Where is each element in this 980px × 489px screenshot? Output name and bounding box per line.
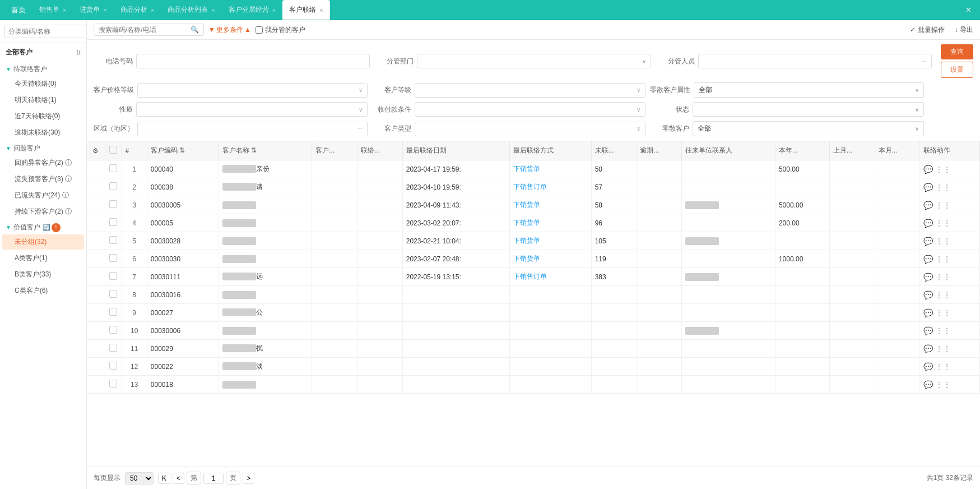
sidebar-item-group-a[interactable]: A类客户(1) <box>2 251 84 266</box>
row-checkbox[interactable] <box>109 200 117 208</box>
sidebar-search-input[interactable] <box>4 25 87 38</box>
grid-icon[interactable]: ⋮⋮ <box>935 326 951 335</box>
sidebar-group-pending[interactable]: ▼ 待联络客户 <box>0 62 86 76</box>
tab-close-product-list[interactable]: × <box>211 7 215 13</box>
tab-product-list[interactable]: 商品分析列表 × <box>161 0 221 20</box>
grid-icon[interactable]: ⋮⋮ <box>935 273 951 282</box>
reset-button[interactable]: 设置 <box>941 62 973 78</box>
row-checkbox[interactable] <box>109 362 117 370</box>
grid-icon[interactable]: ⋮⋮ <box>935 380 951 389</box>
all-customers-header[interactable]: 全部客户 ⟨⟨ <box>0 43 86 62</box>
th-category[interactable]: 客户... <box>312 141 357 160</box>
row-checkbox[interactable] <box>109 254 117 262</box>
grid-icon[interactable]: ⋮⋮ <box>935 183 951 192</box>
row-checkbox[interactable] <box>109 344 117 352</box>
row-checkbox[interactable] <box>109 308 117 316</box>
row-checkbox[interactable] <box>109 326 117 334</box>
sidebar-item-lost[interactable]: 已流失客户(24) ⓘ <box>2 188 84 203</box>
filter-select-nature[interactable]: ∨ <box>136 102 368 117</box>
grid-icon[interactable]: ⋮⋮ <box>935 237 951 246</box>
th-contact[interactable]: 联络... <box>357 141 402 160</box>
row-checkbox[interactable] <box>109 380 117 387</box>
filter-search-icon[interactable]: 🔍 <box>191 26 199 34</box>
sidebar-group-problem[interactable]: ▼ 问题客户 <box>0 141 86 155</box>
more-conditions-button[interactable]: ▼ 更多条件 ▲ <box>208 25 251 35</box>
tab-close-sales[interactable]: × <box>63 7 66 13</box>
query-button[interactable]: 查询 <box>941 44 973 59</box>
th-last-contact-method[interactable]: 最后联络方式 <box>509 141 591 160</box>
contact-method-link[interactable]: 下销货单 <box>513 255 540 262</box>
grid-icon[interactable]: ⋮⋮ <box>935 290 951 299</box>
filter-select-scatter-attr[interactable]: 全部 ∨ <box>694 82 924 98</box>
tab-close-customer-contact[interactable]: × <box>319 7 323 13</box>
contact-method-link[interactable]: 下销货单 <box>513 165 540 173</box>
grid-icon[interactable]: ⋮⋮ <box>935 201 951 210</box>
message-icon[interactable]: 💬 <box>923 219 933 228</box>
grid-icon[interactable]: ⋮⋮ <box>935 255 951 264</box>
sidebar-item-group-c[interactable]: C类客户(6) <box>2 283 84 298</box>
row-checkbox[interactable] <box>109 236 117 244</box>
row-checkbox[interactable] <box>109 290 117 298</box>
my-customers-checkbox-label[interactable]: 我分管的客户 <box>256 25 305 35</box>
th-this-year[interactable]: 本年... <box>775 141 829 160</box>
grid-icon[interactable]: ⋮⋮ <box>935 308 951 317</box>
sidebar-item-unclassified[interactable]: 未分组(32) <box>2 234 84 250</box>
th-check[interactable] <box>105 141 122 160</box>
message-icon[interactable]: 💬 <box>923 344 933 353</box>
grid-icon[interactable]: ⋮⋮ <box>935 344 951 353</box>
tab-close-customer-mgmt[interactable]: × <box>272 7 276 13</box>
contact-method-link[interactable]: 下销售订单 <box>513 273 547 280</box>
filter-select-price-level[interactable]: ∨ <box>137 83 368 98</box>
grid-icon[interactable]: ⋮⋮ <box>935 219 951 228</box>
sidebar-item-churn[interactable]: 流失预警客户(3) ⓘ <box>2 172 84 187</box>
th-contacts-person[interactable]: 往来单位联系人 <box>682 141 775 160</box>
message-icon[interactable]: 💬 <box>923 362 933 371</box>
page-input[interactable] <box>203 473 224 484</box>
message-icon[interactable]: 💬 <box>923 237 933 246</box>
sidebar-item-abnormal[interactable]: 回购异常客户(2) ⓘ <box>2 155 84 170</box>
sidebar-item-tomorrow[interactable]: 明天待联络(1) <box>2 93 84 108</box>
message-icon[interactable]: 💬 <box>923 380 933 389</box>
first-page-button[interactable]: K <box>158 473 170 484</box>
sidebar-item-week[interactable]: 近7天待联络(0) <box>2 109 84 124</box>
filter-select-status[interactable]: ∨ <box>693 102 924 117</box>
filter-select-customer-type[interactable]: ∨ <box>415 122 646 136</box>
filter-input-phone[interactable] <box>136 54 370 68</box>
sidebar-item-declining[interactable]: 持续下滑客户(2) ⓘ <box>2 204 84 219</box>
tab-close-purchase[interactable]: × <box>103 7 106 13</box>
th-no-contact[interactable]: 未联... <box>591 141 637 160</box>
next-page-button[interactable]: > <box>243 473 254 484</box>
filter-select-region[interactable]: ··· <box>137 122 368 136</box>
grid-icon[interactable]: ⋮⋮ <box>935 362 951 371</box>
contact-method-link[interactable]: 下销货单 <box>513 201 540 209</box>
contact-method-link[interactable]: 下销售订单 <box>513 183 547 191</box>
th-this-month[interactable]: 本月... <box>875 141 920 160</box>
th-code[interactable]: 客户编码 ⇅ <box>147 141 219 160</box>
tab-product-analysis[interactable]: 商品分析 × <box>114 0 161 20</box>
row-checkbox[interactable] <box>109 218 117 226</box>
message-icon[interactable]: 💬 <box>923 255 933 264</box>
message-icon[interactable]: 💬 <box>923 326 933 335</box>
customer-search-input[interactable] <box>99 26 188 34</box>
filter-select-scatter[interactable]: 全部 ∨ <box>693 121 924 136</box>
row-checkbox[interactable] <box>109 272 117 280</box>
th-name[interactable]: 客户名称 ⇅ <box>219 141 312 160</box>
filter-select-payment[interactable]: ∨ <box>415 102 646 117</box>
contact-method-link[interactable]: 下销货单 <box>513 237 540 245</box>
prev-page-button[interactable]: < <box>173 473 184 484</box>
tab-close-product-analysis[interactable]: × <box>151 7 154 13</box>
th-overdue[interactable]: 逾期... <box>637 141 682 160</box>
th-settings[interactable]: ⚙ <box>87 141 105 160</box>
filter-select-customer-level[interactable]: ∨ <box>415 83 646 98</box>
tab-customer-contact[interactable]: 客户联络 × <box>282 0 329 20</box>
message-icon[interactable]: 💬 <box>923 183 933 192</box>
row-checkbox[interactable] <box>109 182 117 190</box>
header-checkbox[interactable] <box>109 146 117 154</box>
filter-select-dept[interactable]: ∨ <box>417 54 651 68</box>
message-icon[interactable]: 💬 <box>923 165 933 174</box>
message-icon[interactable]: 💬 <box>923 308 933 317</box>
page-size-select[interactable]: 50 100 200 <box>125 472 154 485</box>
contact-method-link[interactable]: 下销货单 <box>513 219 540 227</box>
sidebar-group-value[interactable]: ▼ 价值客户 🔄 ! <box>0 220 86 234</box>
tab-purchase[interactable]: 进货单 × <box>73 0 113 20</box>
